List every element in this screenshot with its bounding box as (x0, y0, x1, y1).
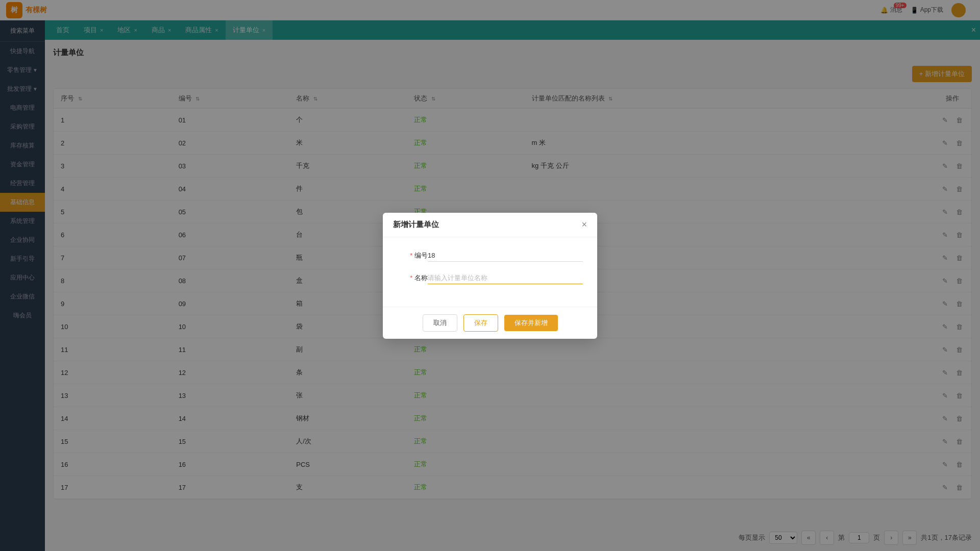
modal-body: * 编号 * 名称 (383, 237, 597, 307)
add-unit-modal: 新增计量单位 × * 编号 * 名称 取消 保存 保存并新增 (383, 213, 597, 339)
modal-header: 新增计量单位 × (383, 213, 597, 237)
cancel-button[interactable]: 取消 (423, 314, 457, 332)
name-label: * 名称 (397, 273, 428, 283)
code-form-row: * 编号 (397, 249, 583, 262)
name-input[interactable] (428, 272, 583, 284)
modal-close-button[interactable]: × (581, 220, 587, 229)
code-input[interactable] (428, 249, 583, 262)
save-and-new-button[interactable]: 保存并新增 (504, 315, 558, 331)
save-button[interactable]: 保存 (463, 314, 498, 332)
required-mark-code: * (410, 252, 412, 259)
modal-footer: 取消 保存 保存并新增 (383, 307, 597, 339)
name-form-row: * 名称 (397, 272, 583, 284)
code-label: * 编号 (397, 251, 428, 260)
required-mark-name: * (410, 274, 412, 282)
modal-title: 新增计量单位 (393, 220, 439, 230)
modal-overlay[interactable]: 新增计量单位 × * 编号 * 名称 取消 保存 保存并新增 (0, 0, 980, 551)
